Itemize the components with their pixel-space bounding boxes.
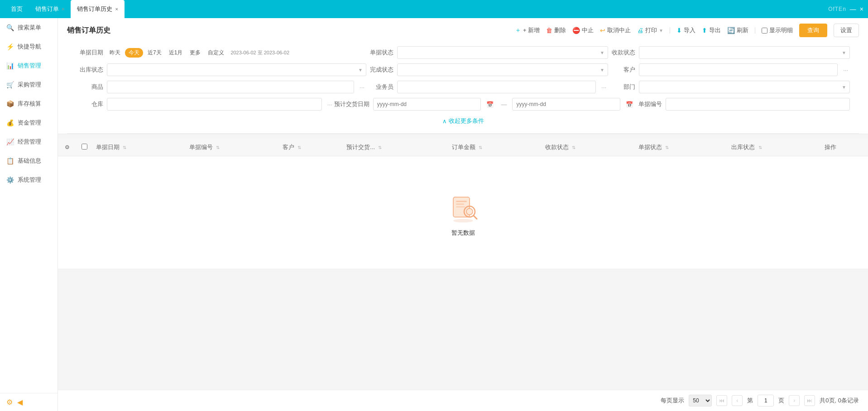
- print-button[interactable]: 🖨 打印 ▼: [637, 26, 663, 34]
- sales-order-tab-close[interactable]: ×: [62, 6, 64, 12]
- prev-page-btn[interactable]: ‹: [732, 395, 743, 406]
- first-page-btn[interactable]: ⏮: [716, 395, 727, 406]
- empty-cell: 暂无数据: [58, 156, 868, 269]
- th-settings[interactable]: ⚙: [58, 139, 76, 156]
- cancel-stop-label: 取消中止: [607, 26, 631, 34]
- sidebar-item-base-info[interactable]: 📋 基础信息: [0, 151, 58, 170]
- calendar-end-icon[interactable]: 📅: [624, 101, 635, 108]
- sales-order-history-tab-close[interactable]: ×: [115, 6, 118, 12]
- date-yesterday-btn[interactable]: 昨天: [107, 48, 123, 58]
- close-btn[interactable]: ×: [860, 5, 863, 13]
- svg-rect-4: [456, 206, 465, 208]
- base-info-icon: 📋: [6, 157, 14, 164]
- th-out-status[interactable]: 出库状态 ⇅: [728, 139, 821, 156]
- goods-dots[interactable]: ···: [358, 84, 366, 91]
- export-button[interactable]: ⬆ 导出: [702, 26, 721, 34]
- date-1month-btn[interactable]: 近1月: [166, 48, 186, 58]
- total-records-label: 共0页, 0条记录: [820, 396, 859, 405]
- customer-dots[interactable]: ···: [841, 67, 850, 73]
- date-today-btn[interactable]: 今天: [125, 48, 143, 58]
- th-expected-delivery[interactable]: 预计交货... ⇅: [343, 139, 448, 156]
- calendar-start-icon[interactable]: 📅: [484, 101, 495, 108]
- refresh-button[interactable]: 🔄 刷新: [727, 26, 748, 34]
- th-bill-no[interactable]: 单据编号 ⇅: [186, 139, 279, 156]
- stop-button[interactable]: ⛔ 中止: [572, 26, 594, 34]
- delete-button[interactable]: 🗑 删除: [546, 26, 566, 34]
- out-status-select[interactable]: [107, 63, 366, 76]
- th-customer[interactable]: 客户 ⇅: [279, 139, 343, 156]
- page-header: 销售订单历史 ＋ + 新增 🗑 删除 ⛔ 中止 ↩: [58, 18, 868, 134]
- cancel-stop-button[interactable]: ↩ 取消中止: [600, 26, 631, 34]
- tab-home[interactable]: 首页: [5, 0, 29, 18]
- complete-status-select[interactable]: [397, 63, 608, 76]
- filter-row-4: 仓库 ··· 预计交货日期 📅 — 📅 单据编号: [76, 98, 850, 111]
- svg-line-7: [474, 216, 477, 219]
- bill-no-label: 单据编号: [635, 100, 662, 108]
- settings-bottom-icon[interactable]: ⚙: [6, 398, 13, 406]
- setting-button[interactable]: 设置: [834, 24, 859, 37]
- sidebar-item-sys-mgmt[interactable]: ⚙️ 系统管理: [0, 170, 58, 189]
- collapse-sidebar-icon[interactable]: ◀: [17, 398, 23, 406]
- next-page-btn[interactable]: ›: [789, 395, 800, 406]
- page-number-input[interactable]: [758, 395, 774, 406]
- toolbar-divider: [670, 27, 670, 34]
- customer-input[interactable]: [639, 63, 838, 76]
- check-all-checkbox[interactable]: [82, 144, 87, 150]
- tab-list: 首页 销售订单 × 销售订单历史 ×: [5, 0, 825, 18]
- salesman-dots[interactable]: ···: [599, 84, 608, 91]
- delivery-date-start[interactable]: [373, 98, 481, 111]
- cancel-stop-icon: ↩: [600, 27, 605, 34]
- salesman-input[interactable]: [397, 81, 596, 93]
- bill-no-input[interactable]: [666, 98, 850, 111]
- page-size-select[interactable]: 50 10 20 100: [689, 395, 712, 406]
- minimize-btn[interactable]: —: [850, 5, 856, 13]
- import-button[interactable]: ⬇ 导入: [676, 26, 695, 34]
- goods-input[interactable]: [107, 81, 354, 93]
- sidebar-item-inventory[interactable]: 📦 库存核算: [0, 94, 58, 113]
- warehouse-label: 仓库: [76, 100, 103, 108]
- last-page-btn[interactable]: ⏭: [804, 395, 815, 406]
- export-label: 导出: [709, 26, 721, 34]
- collapse-row[interactable]: ∧ 收起更多条件: [76, 115, 850, 129]
- date-more-btn[interactable]: 更多: [187, 48, 203, 58]
- th-check[interactable]: [76, 139, 92, 156]
- bill-status-select[interactable]: [397, 46, 608, 59]
- date-custom-btn[interactable]: 自定义: [205, 48, 227, 58]
- sidebar-item-search-menu[interactable]: 🔍 搜索菜单: [0, 18, 58, 37]
- top-bar-right: OfTEn — ×: [825, 5, 863, 13]
- th-receipt-status[interactable]: 收款状态 ⇅: [542, 139, 635, 156]
- display-detail-checkbox[interactable]: [762, 28, 767, 34]
- goods-label: 商品: [76, 83, 103, 91]
- empty-row: 暂无数据: [58, 156, 868, 269]
- th-bill-status[interactable]: 单据状态 ⇅: [635, 139, 728, 156]
- dept-select[interactable]: [639, 81, 850, 93]
- filter-complete-status-item: 完成状态 ▼: [366, 63, 608, 76]
- query-button[interactable]: 查询: [799, 24, 827, 37]
- tab-sales-order-history[interactable]: 销售订单历史 ×: [71, 0, 124, 18]
- new-button[interactable]: ＋ + 新增: [515, 26, 540, 34]
- sidebar-item-operations[interactable]: 📈 经营管理: [0, 132, 58, 151]
- tab-sales-order[interactable]: 销售订单 ×: [29, 0, 71, 18]
- table-header-row: ⚙ 单据日期 ⇅ 单据编号 ⇅ 客户: [58, 139, 868, 156]
- delivery-date-end[interactable]: [512, 98, 620, 111]
- th-bill-date[interactable]: 单据日期 ⇅: [92, 139, 186, 156]
- svg-point-6: [466, 208, 473, 215]
- sidebar-item-finance[interactable]: 💰 资金管理: [0, 113, 58, 132]
- date-7days-btn[interactable]: 近7天: [145, 48, 164, 58]
- delete-label: 删除: [554, 26, 566, 34]
- new-label: + 新增: [523, 26, 540, 34]
- warehouse-dots[interactable]: ···: [326, 101, 334, 108]
- refresh-label: 刷新: [737, 26, 748, 34]
- import-label: 导入: [684, 26, 695, 34]
- sidebar-item-sales-mgmt[interactable]: 📊 销售管理: [0, 56, 58, 75]
- base-info-label: 基础信息: [18, 157, 41, 165]
- sidebar-item-purchase-mgmt[interactable]: 🛒 采购管理: [0, 75, 58, 94]
- order-amount-sort-icon: ⇅: [479, 145, 482, 150]
- warehouse-input[interactable]: [107, 98, 322, 111]
- out-status-label: 出库状态: [76, 66, 103, 74]
- th-order-amount[interactable]: 订单金额 ⇅: [448, 139, 542, 156]
- sidebar-item-quick-nav[interactable]: ⚡ 快捷导航: [0, 37, 58, 56]
- filter-row-2: 出库状态 ▼ 完成状态: [76, 63, 850, 76]
- table-body: 暂无数据: [58, 156, 868, 269]
- receipt-status-select[interactable]: [639, 46, 850, 59]
